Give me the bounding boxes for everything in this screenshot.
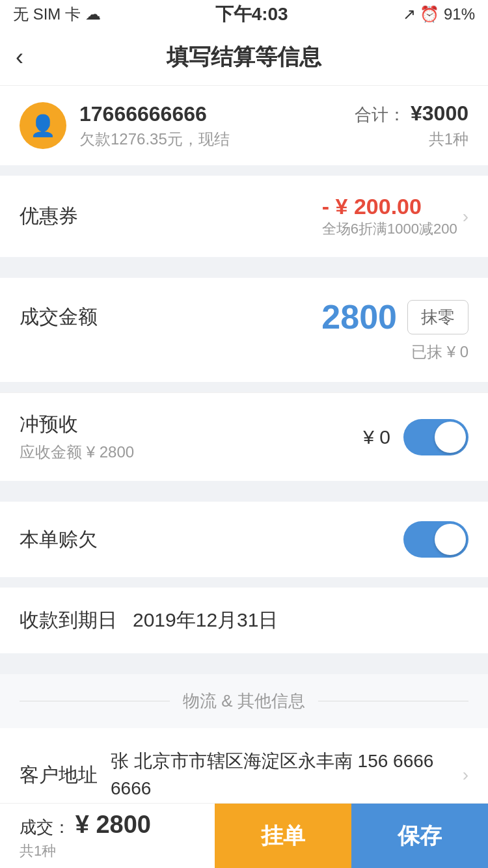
address-value: 张 北京市市辖区海淀区永丰南 156 6666 6666 (111, 748, 450, 802)
status-left: 无 SIM 卡 ☁ (13, 4, 101, 25)
logistics-line-left (20, 701, 170, 701)
avatar-icon: 👤 (30, 113, 56, 138)
pre-right: ¥ 0 (363, 419, 468, 455)
battery-text: ↗ ⏰ 91% (403, 5, 475, 23)
coupon-desc: 全场6折满1000减200 (322, 219, 457, 239)
signal-text: 无 SIM 卡 ☁ (13, 4, 101, 25)
page-title: 填写结算等信息 (167, 42, 321, 72)
save-button[interactable]: 保存 (351, 804, 488, 868)
deal-sub: 已抹 ¥ 0 (20, 342, 468, 362)
round-button[interactable]: 抹零 (407, 300, 468, 334)
bottom-bar: 成交： ¥ 2800 共1种 挂单 保存 (0, 803, 488, 868)
bottom-deal-label: 成交： (20, 817, 70, 837)
user-left: 👤 17666666666 欠款1276.35元，现结 (20, 102, 230, 150)
total-label-row: 合计： ¥3000 (355, 102, 468, 126)
back-button[interactable]: ‹ (16, 44, 23, 71)
coupon-row[interactable]: 优惠券 - ¥ 200.00 全场6折满1000减200 › (0, 176, 488, 257)
coupon-right-content: - ¥ 200.00 全场6折满1000减200 (322, 194, 457, 239)
coupon-chevron-icon: › (463, 206, 468, 227)
date-row: 收款到期日 2019年12月31日 (0, 588, 488, 653)
section-divider-3 (0, 664, 488, 674)
total-label: 合计： (355, 105, 405, 124)
user-sub: 欠款1276.35元，现结 (79, 129, 230, 150)
total-amount: ¥3000 (411, 102, 468, 125)
user-right: 合计： ¥3000 共1种 (355, 102, 468, 150)
total-count: 共1种 (355, 129, 468, 150)
pre-receive-sub: 应收金额 ¥ 2800 (20, 442, 134, 463)
logistics-header: 物流 & 其他信息 (0, 674, 488, 728)
main-content: 👤 17666666666 欠款1276.35元，现结 合计： ¥3000 共1… (0, 86, 488, 868)
address-label: 客户地址 (20, 762, 98, 789)
address-chevron-icon: › (463, 765, 468, 785)
debit-toggle[interactable] (403, 521, 468, 558)
deal-amount-label: 成交金额 (20, 304, 98, 331)
deal-section: 成交金额 2800 抹零 已抹 ¥ 0 (0, 278, 488, 382)
pre-receive-label: 冲预收 (20, 411, 134, 438)
user-row: 👤 17666666666 欠款1276.35元，现结 合计： ¥3000 共1… (0, 86, 488, 165)
pre-receive-toggle[interactable] (403, 419, 468, 455)
section-divider-1 (0, 267, 488, 278)
bottom-deal-row: 成交： ¥ 2800 (20, 811, 195, 839)
bottom-count: 共1种 (20, 841, 195, 861)
pre-receive-amount: ¥ 0 (363, 426, 390, 448)
coupon-right: - ¥ 200.00 全场6折满1000减200 › (322, 194, 468, 239)
pre-left: 冲预收 应收金额 ¥ 2800 (20, 411, 134, 463)
status-right: ↗ ⏰ 91% (403, 5, 475, 23)
bottom-summary: 成交： ¥ 2800 共1种 (0, 804, 215, 868)
logistics-line-right (318, 701, 468, 701)
debit-row: 本单赊欠 (0, 502, 488, 577)
status-bar: 无 SIM 卡 ☁ 下午4:03 ↗ ⏰ 91% (0, 0, 488, 29)
deal-amount-value: 2800 (321, 297, 397, 336)
due-date-label: 收款到期日 (20, 607, 117, 634)
bottom-deal-amount: ¥ 2800 (75, 811, 151, 838)
nav-bar: ‹ 填写结算等信息 (0, 29, 488, 86)
user-phone: 17666666666 (79, 102, 230, 126)
coupon-label: 优惠券 (20, 203, 78, 230)
pending-button[interactable]: 挂单 (215, 804, 351, 868)
deal-right: 2800 抹零 (321, 297, 468, 336)
status-time: 下午4:03 (215, 2, 288, 27)
user-info: 17666666666 欠款1276.35元，现结 (79, 102, 230, 150)
deal-row: 成交金额 2800 抹零 (20, 297, 468, 336)
coupon-amount: - ¥ 200.00 (322, 194, 457, 219)
avatar: 👤 (20, 102, 66, 149)
pre-receive-row: 冲预收 应收金额 ¥ 2800 ¥ 0 (0, 392, 488, 481)
due-date-value: 2019年12月31日 (133, 607, 278, 634)
logistics-title: 物流 & 其他信息 (170, 690, 318, 712)
debit-label: 本单赊欠 (20, 526, 98, 553)
section-divider-2 (0, 491, 488, 502)
